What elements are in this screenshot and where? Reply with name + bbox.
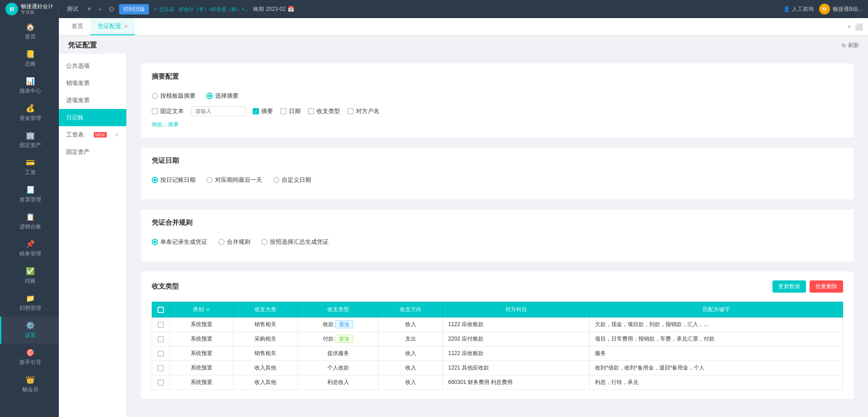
refresh-button[interactable]: ↻ 刷新 — [842, 42, 859, 49]
row-checkbox-3[interactable] — [158, 365, 164, 371]
fixed-text-input[interactable] — [191, 106, 245, 116]
row-checkbox-box-4 — [158, 379, 164, 386]
cell-subject: 2202 应付账款 — [442, 332, 590, 346]
sidebar-item-ledger[interactable]: 📒 总账 — [0, 45, 59, 72]
sidebar-item-guide[interactable]: 🎯 新手引导 — [0, 344, 59, 371]
checkbox-date[interactable]: 日期 — [280, 107, 301, 115]
content-area: 首页 凭证配置 × × ⬜ 凭证配置 ↻ 刷新 — [59, 18, 868, 417]
cell-direction: 支出 — [379, 332, 442, 346]
two-col-layout: 公共选项 销项发票 进项发票 日记账 工资表 NEW ▼ — [59, 54, 868, 417]
tax-icon: 📌 — [26, 240, 35, 248]
sidebar-item-tax[interactable]: 📌 税务管理 — [0, 235, 59, 262]
row-checkbox-1[interactable] — [158, 336, 164, 342]
sidebar-item-payroll[interactable]: 💳 工资 — [0, 154, 59, 181]
sidebar-item-purchase-sales[interactable]: 📋 进销台账 — [0, 208, 59, 235]
maximize-window-button[interactable]: ⬜ — [855, 23, 863, 30]
left-nav-public[interactable]: 公共选项 — [59, 57, 126, 75]
tab-home[interactable]: 首页 — [64, 18, 91, 35]
home-icon: 🏠 — [26, 23, 35, 31]
row-checkbox-2[interactable] — [158, 351, 164, 357]
cell-major: 收入其他 — [234, 361, 297, 375]
checkbox-counterpart[interactable]: 对方户名 — [347, 107, 379, 115]
product-tags: 好会计（专）+好生意（标）+... — [179, 6, 249, 13]
col-category: 类别 ∨ — [170, 302, 234, 317]
cell-major: 收入其他 — [234, 375, 297, 390]
merge-radio-merge[interactable]: 合并规则 — [218, 238, 250, 246]
income-section-title: 收支类型 — [152, 282, 179, 294]
checkbox-box-date — [280, 108, 287, 114]
date-radio-journal[interactable]: 按日记账日期 — [152, 176, 196, 184]
left-nav-sales[interactable]: 销项发票 — [59, 75, 126, 92]
sidebar-item-member[interactable]: 👑 畅会员 — [0, 371, 59, 398]
sidebar-item-funds[interactable]: 💰 资金管理 — [0, 100, 59, 127]
table-row: 系统预置 采购相关 付款 置顶 支出 2202 应付账款 项目，日常费用，报销款… — [152, 332, 843, 346]
topbar: 好 畅捷通好会计 专业版 测试 ▼ ＋ ⚙ 切到旧版 ✓ 已认证 好会计（专）+… — [0, 0, 868, 18]
certified-tag: ✓ 已认证 — [153, 6, 174, 13]
radio-circle-select — [206, 93, 213, 99]
invoice-icon: 🧾 — [26, 185, 35, 194]
service-button[interactable]: 👤 人工咨询 — [783, 5, 814, 13]
radio-circle-journal-date — [152, 177, 158, 183]
type-tag[interactable]: 置顶 — [335, 335, 353, 343]
checkbox-type[interactable]: 收支类型 — [308, 107, 340, 115]
tab-voucher-config[interactable]: 凭证配置 × — [91, 18, 135, 35]
tab-close-icon[interactable]: × — [124, 23, 128, 30]
date-radio-period-last[interactable]: 对应期间最后一天 — [206, 176, 262, 184]
type-tag[interactable]: 置顶 — [335, 320, 353, 328]
table-row: 系统预置 销售相关 收款 置顶 收入 1122 应收账款 欠款，现金，项目款，到… — [152, 317, 843, 332]
sidebar-item-archive[interactable]: 📁 归档管理 — [0, 289, 59, 317]
merge-radio-single[interactable]: 单条记录生成凭证 — [152, 238, 207, 246]
topbar-settings-icon[interactable]: ⚙ — [108, 5, 115, 14]
sidebar-item-settlement[interactable]: ✅ 结账 — [0, 262, 59, 289]
cell-category: 系统预置 — [170, 317, 234, 332]
income-table: 类别 ∨ 收支大类 收支类型 收支方向 对方科目 匹配关键字 — [152, 302, 843, 390]
topbar-dropdown-icon[interactable]: ▼ — [86, 6, 92, 12]
table-header-checkbox[interactable] — [158, 307, 164, 313]
checkbox-box-fixed-text — [152, 108, 158, 114]
purchase-sales-icon: 📋 — [26, 213, 35, 221]
checkbox-fixed-text[interactable]: 固定文本 — [152, 107, 184, 115]
sidebar-item-home[interactable]: 🏠 首页 — [0, 18, 59, 45]
left-nav-journal[interactable]: 日记账 — [59, 109, 126, 126]
checkbox-summary[interactable]: ✓ 摘要 — [253, 107, 273, 115]
cell-direction: 收入 — [379, 361, 442, 375]
left-nav-purchase[interactable]: 进项发票 — [59, 92, 126, 109]
main-layout: 🏠 首页 📒 总账 📊 报表中心 💰 资金管理 🏢 固定资产 💳 工资 🧾 发票… — [0, 18, 868, 417]
summary-radio-select[interactable]: 选择摘要 — [206, 92, 239, 100]
sidebar-item-fixed-assets[interactable]: 🏢 固定资产 — [0, 127, 59, 154]
sidebar-item-reports[interactable]: 📊 报表中心 — [0, 72, 59, 100]
batch-delete-button[interactable]: 批量删除 — [810, 280, 843, 293]
topbar-current-module[interactable]: 测试 — [63, 5, 82, 13]
date-radio-custom[interactable]: 自定义日期 — [273, 176, 311, 184]
radio-circle-merge — [218, 239, 225, 245]
row-checkbox-0[interactable] — [158, 322, 164, 328]
period-label: 账期 2023-02 📅 — [253, 5, 294, 13]
header-checkbox-box — [158, 307, 164, 313]
summary-radio-template[interactable]: 按模板版摘要 — [152, 92, 196, 100]
sidebar-item-settings[interactable]: ⚙️ 设置 — [0, 317, 59, 344]
reports-icon: 📊 — [26, 77, 35, 85]
left-nav-payroll[interactable]: 工资表 NEW ▼ — [59, 126, 126, 143]
switch-version-button[interactable]: 切到旧版 — [119, 4, 149, 14]
logo-icon: 好 — [5, 3, 18, 15]
cell-category: 系统预置 — [170, 332, 234, 346]
merge-section: 凭证合并规则 单条记录生成凭证 合并规则 — [140, 209, 854, 262]
left-nav-fixed-assets[interactable]: 固定资产 — [59, 143, 126, 161]
radio-circle-select-total — [261, 239, 268, 245]
page-title: 凭证配置 — [68, 41, 97, 50]
row-checkbox-4[interactable] — [158, 379, 164, 386]
merge-radio-select-total[interactable]: 按照选择汇总生成凭证 — [261, 238, 329, 246]
cell-direction: 收入 — [379, 346, 442, 361]
config-panel: 摘要配置 按模板版摘要 选择摘要 — [127, 54, 868, 417]
user-menu[interactable]: 畅 畅捷通B组... — [819, 4, 863, 14]
update-data-button[interactable]: 更新数据 — [772, 280, 806, 293]
cell-subject: 660301 财务费用 利息费用 — [442, 375, 590, 390]
topbar-add-icon[interactable]: ＋ — [96, 5, 104, 14]
sidebar-item-invoice[interactable]: 🧾 发票管理 — [0, 181, 59, 208]
close-window-button[interactable]: × — [848, 23, 851, 30]
row-checkbox-box-1 — [158, 336, 164, 342]
cell-type: 付款 置顶 — [297, 332, 379, 346]
fixed-assets-icon: 🏢 — [26, 131, 35, 140]
checkbox-box-counterpart — [347, 108, 354, 114]
cell-keywords: 利息，行转，承兑 — [590, 375, 843, 390]
